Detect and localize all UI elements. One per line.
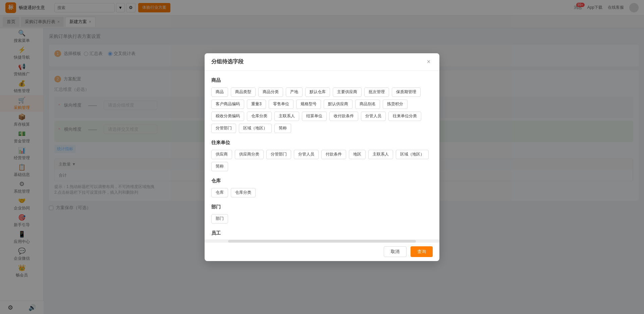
section-department-grid: 部门 <box>211 214 433 224</box>
field-tax-code[interactable]: 税收分类编码 <box>211 112 244 121</box>
field-partner-category[interactable]: 往来单位分类 <box>388 112 421 121</box>
field-select-modal: 分组待选字段 × 商品 商品 商品类型 商品分类 产地 默认仓库 主要供应商 批… <box>205 53 439 261</box>
field-payment-condition[interactable]: 付款条件 <box>321 150 346 159</box>
section-goods: 商品 商品 商品类型 商品分类 产地 默认仓库 主要供应商 批次管理 保质期管理… <box>211 77 433 133</box>
field-warehouse-class[interactable]: 仓库分类 <box>231 188 256 197</box>
field-dept-supervisor[interactable]: 分管部门 <box>211 124 236 133</box>
field-dept-mgmt[interactable]: 分管部门 <box>266 150 291 159</box>
modal-title: 分组待选字段 <box>211 58 244 65</box>
field-goods-alias[interactable]: 商品别名 <box>355 100 380 109</box>
field-region-partner[interactable]: 区域（地区） <box>396 150 429 159</box>
field-weight3[interactable]: 重量3 <box>247 100 266 109</box>
modal-header: 分组待选字段 × <box>205 53 439 71</box>
field-goods-type[interactable]: 商品类型 <box>231 87 256 97</box>
field-default-supplier[interactable]: 默认供应商 <box>324 100 353 109</box>
field-main-contact[interactable]: 主联系人 <box>274 112 299 121</box>
field-warehouse[interactable]: 仓库 <box>211 188 228 197</box>
modal-close-btn[interactable]: × <box>425 58 433 66</box>
field-region-goods[interactable]: 区域（地区） <box>239 124 272 133</box>
field-default-warehouse[interactable]: 默认仓库 <box>305 87 330 97</box>
field-area[interactable]: 地区 <box>349 150 366 159</box>
section-goods-title: 商品 <box>211 77 433 83</box>
field-supervisor[interactable]: 分管人员 <box>361 112 386 121</box>
field-goods-category[interactable]: 商品分类 <box>258 87 283 97</box>
section-department-title: 部门 <box>211 204 433 210</box>
field-warehouse-category[interactable]: 仓库分类 <box>247 112 272 121</box>
horizontal-scrollbar[interactable] <box>205 240 439 242</box>
section-employee-title: 员工 <box>211 230 433 236</box>
field-supplier[interactable]: 供应商 <box>211 150 232 159</box>
field-retail-unit[interactable]: 零售单位 <box>269 100 293 109</box>
section-partner-grid: 供应商 供应商分类 分管部门 分管人员 付款条件 地区 主联系人 区域（地区） … <box>211 150 433 171</box>
field-batch-mgmt[interactable]: 批次管理 <box>364 87 389 97</box>
modal-body: 商品 商品 商品类型 商品分类 产地 默认仓库 主要供应商 批次管理 保质期管理… <box>205 71 439 240</box>
field-settlement-unit[interactable]: 结算单位 <box>302 112 327 121</box>
field-main-supplier[interactable]: 主要供应商 <box>333 87 362 97</box>
section-warehouse-title: 仓库 <box>211 178 433 184</box>
section-goods-grid: 商品 商品类型 商品分类 产地 默认仓库 主要供应商 批次管理 保质期管理 客户… <box>211 87 433 133</box>
section-department: 部门 部门 <box>211 204 433 224</box>
horizontal-scroll-thumb <box>228 240 416 243</box>
section-employee: 员工 业务员 <box>211 230 433 240</box>
field-main-contact-partner[interactable]: 主联系人 <box>368 150 393 159</box>
field-shelf-life[interactable]: 保质期管理 <box>392 87 421 97</box>
confirm-button[interactable]: 查询 <box>411 246 433 257</box>
field-customer-code[interactable]: 客户商品编码 <box>211 100 244 109</box>
field-payment-terms[interactable]: 收付款条件 <box>329 112 358 121</box>
section-warehouse: 仓库 仓库 仓库分类 <box>211 178 433 197</box>
section-partner: 往来单位 供应商 供应商分类 分管部门 分管人员 付款条件 地区 主联系人 区域… <box>211 140 433 171</box>
field-pick-points[interactable]: 拣货积分 <box>383 100 408 109</box>
field-person-mgmt[interactable]: 分管人员 <box>294 150 319 159</box>
field-short-name-goods[interactable]: 简称 <box>274 124 291 133</box>
field-origin[interactable]: 产地 <box>286 87 303 97</box>
field-goods[interactable]: 商品 <box>211 87 228 97</box>
section-warehouse-grid: 仓库 仓库分类 <box>211 188 433 197</box>
field-short-name-partner[interactable]: 简称 <box>211 162 228 171</box>
field-spec-model[interactable]: 规格型号 <box>296 100 321 109</box>
field-supplier-category[interactable]: 供应商分类 <box>235 150 264 159</box>
field-department[interactable]: 部门 <box>211 214 228 224</box>
section-partner-title: 往来单位 <box>211 140 433 146</box>
modal-footer: 取消 查询 <box>205 242 439 261</box>
cancel-button[interactable]: 取消 <box>384 246 407 257</box>
